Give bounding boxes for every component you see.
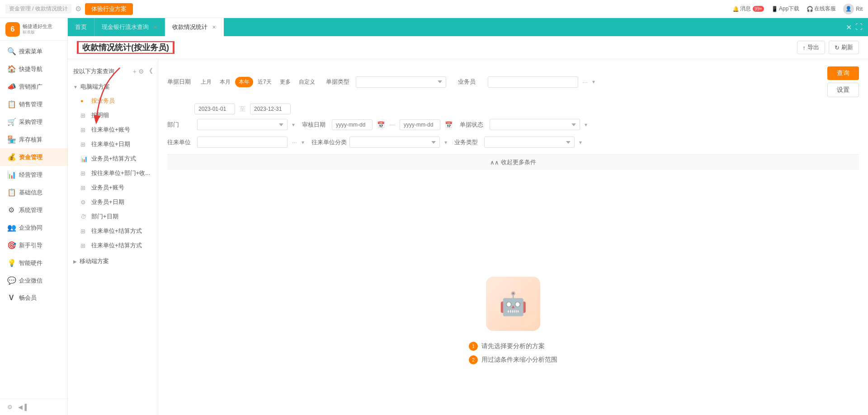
review-date-to-calendar-icon[interactable]: 📅 [445, 121, 453, 128]
scheme-item-label-10: 往来单位+结算方式 [91, 241, 142, 250]
biz-type-select[interactable] [484, 137, 575, 148]
scheme-collapse-icon[interactable]: 《 [146, 67, 152, 75]
review-date-from-input[interactable] [332, 119, 373, 130]
sidebar-item-purchase[interactable]: 🛒 采购管理 [0, 113, 67, 131]
filter-actions: 查询 设置 [827, 66, 859, 97]
sidebar-item-marketing[interactable]: 📣 营销推广 [0, 78, 67, 95]
scheme-item-partner-settlement-2[interactable]: ⊞ 往来单位+结算方式 [68, 238, 158, 253]
scheme-item-salesperson-date[interactable]: ⚙ 业务员+日期 [68, 195, 158, 209]
settings-button[interactable]: 设置 [827, 83, 859, 97]
scheme-add-icon[interactable]: + [133, 68, 137, 75]
scheme-item-icon-3: ⊞ [80, 141, 88, 148]
sidebar-item-guide[interactable]: 🎯 新手引导 [0, 236, 67, 254]
sidebar-menu: 🔍 搜索菜单 🏠 快捷导航 📣 营销推广 📋 销售管理 🛒 采购管理 🏪 [0, 41, 67, 399]
sidebar-item-finance[interactable]: 💰 资金管理 [0, 148, 67, 166]
scheme-item-icon-0: ● [80, 98, 88, 104]
date-tab-more[interactable]: 更多 [276, 77, 294, 87]
content-body: 按以下方案查询 + ⚙ 《 ▼ 电脑端方案 [68, 59, 868, 415]
scheme-item-salesperson-settlement[interactable]: 📊 业务员+结算方式 [68, 151, 158, 166]
date-to-input[interactable] [250, 104, 291, 114]
biz-type-chevron: ▾ [579, 139, 582, 146]
sidebar-item-label: 经营管理 [19, 171, 42, 179]
review-date-from-calendar-icon[interactable]: 📅 [377, 121, 385, 128]
service-area[interactable]: 🎧 在线客服 [807, 5, 836, 13]
scheme-item-partner-account[interactable]: ⊞ 往来单位+账号 [68, 123, 158, 137]
sidebar-item-hardware[interactable]: 💡 智能硬件 [0, 254, 67, 272]
sidebar-item-label: 新手引导 [19, 241, 42, 250]
partner-input[interactable] [197, 137, 288, 148]
tab-close-all-icon[interactable]: ✕ [846, 23, 852, 32]
scheme-item-dept-date[interactable]: ⏱ 部门+日期 [68, 209, 158, 224]
scheme-group-desktop-title[interactable]: ▼ 电脑端方案 [68, 80, 158, 94]
scheme-settings-icon[interactable]: ⚙ [138, 68, 144, 75]
partner-classify-label: 往来单位分类 [311, 138, 347, 146]
trial-btn[interactable]: 体验行业方案 [85, 3, 133, 15]
query-button[interactable]: 查询 [827, 66, 859, 80]
tip-text-2: 用过滤条件来缩小分析范围 [481, 356, 557, 364]
footer-collapse-icon[interactable]: ◀▐ [18, 404, 27, 410]
scheme-item-detail[interactable]: ⊞ 按明细 [68, 108, 158, 123]
footer-settings-icon[interactable]: ⚙ [7, 404, 13, 410]
doc-status-select[interactable] [490, 119, 580, 130]
date-tab-7days[interactable]: 近7天 [254, 77, 275, 87]
sidebar-item-sales[interactable]: 📋 销售管理 [0, 95, 67, 113]
export-icon: ↑ [803, 44, 806, 51]
notification-area[interactable]: 🔔 消息 99+ [732, 5, 764, 13]
partner-classify-select[interactable] [349, 137, 440, 148]
export-button[interactable]: ↑ 导出 [797, 41, 826, 54]
scheme-item-partner-date[interactable]: ⊞ 往来单位+日期 [68, 137, 158, 151]
date-from-input[interactable] [194, 104, 235, 114]
sidebar-item-inventory[interactable]: 🏪 库存核算 [0, 131, 67, 148]
sidebar-item-quicknav[interactable]: 🏠 快捷导航 [0, 60, 67, 78]
download-area[interactable]: 📱 App下载 [771, 5, 799, 13]
scheme-item-label-9: 往来单位+结算方式 [91, 227, 142, 235]
empty-tip-2: 2 用过滤条件来缩小分析范围 [469, 355, 557, 364]
download-label: App下载 [779, 5, 799, 13]
salesperson-chevron: ▾ [592, 79, 595, 85]
doc-type-label: 单据类型 [326, 78, 353, 86]
sidebar: 6 畅捷通好生意 标准版 🔍 搜索菜单 🏠 快捷导航 📣 营销推广 📋 销售管理 [0, 18, 68, 415]
sidebar-item-system[interactable]: ⚙ 系统管理 [0, 201, 67, 219]
date-tab-this-year[interactable]: 本年 [235, 77, 253, 87]
refresh-button[interactable]: ↻ 刷新 [829, 41, 859, 54]
tab-expand-icon[interactable]: ⛶ [855, 23, 863, 31]
sidebar-item-wechat[interactable]: 💬 企业微信 [0, 272, 67, 289]
sidebar-item-member[interactable]: V 畅会员 [0, 289, 67, 307]
main-layout: 6 畅捷通好生意 标准版 🔍 搜索菜单 🏠 快捷导航 📣 营销推广 📋 销售管理 [0, 18, 868, 415]
sidebar-item-management[interactable]: 📊 经营管理 [0, 166, 67, 184]
tab-home[interactable]: 首页 [68, 18, 94, 36]
settings-icon[interactable]: ⚙ [75, 5, 81, 13]
hardware-icon: 💡 [7, 259, 15, 267]
scheme-item-label-6: 业务员+账号 [91, 184, 124, 192]
date-tab-this-month[interactable]: 本月 [216, 77, 234, 87]
partner-chevron: ▾ [302, 139, 304, 146]
sidebar-item-basic[interactable]: 📋 基础信息 [0, 184, 67, 201]
date-tab-last-month[interactable]: 上月 [197, 77, 215, 87]
salesperson-input[interactable] [488, 76, 578, 88]
scheme-item-salesperson-account[interactable]: ⊞ 业务员+账号 [68, 180, 158, 195]
salesperson-more-icon[interactable]: ··· [583, 79, 588, 85]
doc-type-select[interactable] [356, 76, 446, 88]
sidebar-item-label: 快捷导航 [19, 65, 42, 73]
user-area[interactable]: 👤 Rit [843, 4, 863, 14]
tab-receipt-stat[interactable]: 收款情况统计 ✕ [165, 18, 224, 36]
date-tab-custom[interactable]: 自定义 [295, 77, 319, 87]
tab-bank-close-icon[interactable]: ✕ [153, 24, 157, 30]
sidebar-item-search[interactable]: 🔍 搜索菜单 [0, 42, 67, 60]
review-date-to-input[interactable] [400, 119, 440, 130]
tab-receipt-close-icon[interactable]: ✕ [212, 24, 216, 30]
collapse-more-button[interactable]: ∧∧ 收起更多条件 [167, 154, 859, 170]
scheme-item-partner-dept[interactable]: ⊞ 按往来单位+部门+收... [68, 166, 158, 180]
notification-label: 消息 [740, 5, 751, 13]
date-range-divider: 至 [240, 105, 245, 113]
tab-bank-flow[interactable]: 现金银行流水查询 ✕ [94, 18, 165, 36]
partner-more-icon[interactable]: ··· [292, 139, 297, 146]
scheme-group-mobile-title[interactable]: ▶ 移动端方案 [68, 255, 158, 268]
notification-badge: 99+ [753, 6, 764, 12]
dept-select[interactable] [197, 119, 288, 130]
scheme-item-salesperson[interactable]: ● 按业务员 [68, 94, 158, 108]
scheme-item-partner-settlement-1[interactable]: ⊞ 往来单位+结算方式 [68, 224, 158, 238]
bell-icon: 🔔 [732, 6, 739, 12]
sidebar-item-collab[interactable]: 👥 企业协同 [0, 219, 67, 236]
page-title-box: 收款情况统计(按业务员) [77, 41, 175, 54]
